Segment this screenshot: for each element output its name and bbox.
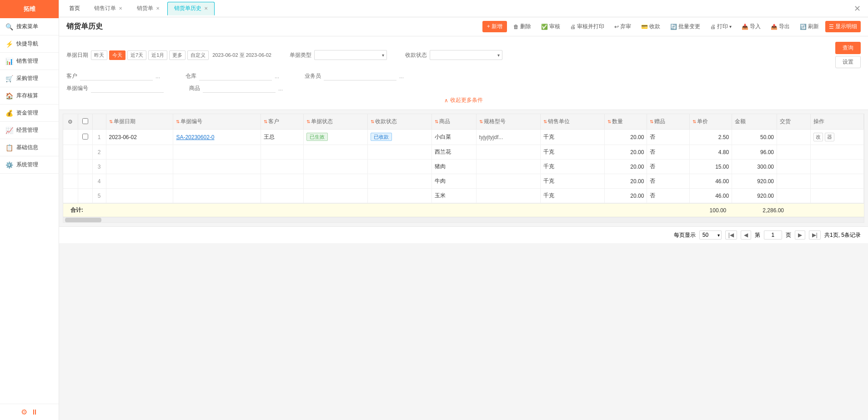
sidebar-item-quick-nav[interactable]: ⚡ 快捷导航 [0, 35, 59, 53]
tab-sales-order[interactable]: 销售订单 ✕ [87, 2, 129, 15]
col-doc-no[interactable]: ⇅ 单据编号 [173, 114, 261, 130]
date-btn-1month[interactable]: 近1月 [148, 50, 167, 60]
col-spec[interactable]: ⇅ 规格型号 [476, 114, 540, 130]
sidebar-item-label: 快捷导航 [16, 40, 38, 48]
collect-status-select[interactable] [430, 50, 502, 60]
col-doc-status[interactable]: ⇅ 单据状态 [303, 114, 367, 130]
doc-type-select[interactable] [314, 50, 387, 60]
cell-check[interactable] [78, 130, 92, 145]
filter-settings-button[interactable]: 设置 [835, 56, 861, 68]
customer-input[interactable] [80, 72, 153, 80]
col-gear[interactable]: ⚙ [63, 114, 78, 130]
collect-button[interactable]: 💳 收款 [637, 21, 664, 32]
filter-row-2: 客户 ... 仓库 ... 业务员 ... [66, 72, 861, 80]
refresh-button[interactable]: 🔃 刷新 [796, 21, 823, 32]
doc-number-input[interactable] [91, 84, 164, 93]
sidebar-settings-icon[interactable]: ⚙ [21, 408, 27, 416]
cell-transaction [777, 174, 811, 189]
new-button[interactable]: + 新增 [482, 21, 507, 32]
sidebar-item-basic-info[interactable]: 📋 基础信息 [0, 139, 59, 156]
sidebar-item-purchase-mgmt[interactable]: 🛒 采购管理 [0, 70, 59, 87]
collect-icon: 💳 [641, 24, 648, 30]
cell-doc-no[interactable] [173, 160, 261, 174]
salesperson-ellipsis[interactable]: ... [399, 73, 404, 80]
tab-sales-delivery[interactable]: 销货单 ✕ [130, 2, 166, 15]
last-page-btn[interactable]: ▶| [809, 230, 821, 240]
select-all-checkbox[interactable] [82, 118, 88, 124]
doc-no-link[interactable]: SA-20230602-0 [176, 134, 214, 140]
tab-sales-history[interactable]: 销货单历史 ✕ [167, 2, 215, 15]
sidebar-pause-icon[interactable]: ⏸ [31, 408, 38, 416]
col-sales-unit[interactable]: ⇅ 销售单位 [540, 114, 604, 130]
cell-doc-no[interactable]: SA-20230602-0 [173, 130, 261, 145]
col-unit-price[interactable]: ⇅ 单价 [689, 114, 732, 130]
col-customer[interactable]: ⇅ 客户 [261, 114, 303, 130]
cell-check[interactable] [78, 174, 92, 189]
date-btn-more[interactable]: 更多 [169, 50, 186, 60]
product-input[interactable] [203, 84, 276, 93]
date-btn-yesterday[interactable]: 昨天 [91, 50, 107, 60]
warehouse-input[interactable] [199, 72, 272, 80]
close-all-tabs-btn[interactable]: ✕ [850, 4, 864, 14]
audit-print-button[interactable]: 🖨 审核并打印 [567, 21, 608, 32]
horizontal-scrollbar[interactable] [63, 217, 864, 222]
cell-gear [63, 160, 78, 174]
show-detail-button[interactable]: ☰ 显示明细 [825, 21, 861, 32]
delete-button[interactable]: 🗑 删除 [510, 21, 535, 32]
export-button[interactable]: 📤 导出 [767, 21, 793, 32]
batch-change-button[interactable]: 🔄 批量变更 [667, 21, 704, 32]
col-gift[interactable]: ⇅ 赠品 [647, 114, 689, 130]
next-page-btn[interactable]: ▶ [795, 230, 805, 240]
col-doc-date[interactable]: ⇅ 单据日期 [106, 114, 173, 130]
cell-doc-no[interactable] [173, 145, 261, 160]
col-product[interactable]: ⇅ 商品 [432, 114, 476, 130]
tab-close-sales-delivery[interactable]: ✕ [156, 6, 160, 11]
sidebar-item-search-menu[interactable]: 🔍 搜索菜单 [0, 18, 59, 35]
abandon-button[interactable]: ↩ 弃审 [611, 21, 635, 32]
sidebar-item-sys-mgmt[interactable]: ⚙️ 系统管理 [0, 156, 59, 174]
import-button[interactable]: 📥 导入 [738, 21, 764, 32]
cell-doc-no[interactable] [173, 174, 261, 189]
row-checkbox[interactable] [82, 134, 88, 140]
sidebar-item-ops[interactable]: 📈 经营管理 [0, 122, 59, 139]
cell-spec: tyjyjtyjdf... [476, 130, 540, 145]
cell-doc-no[interactable] [173, 189, 261, 203]
sidebar-item-sales-mgmt[interactable]: 📊 销售管理 [0, 53, 59, 70]
salesperson-input[interactable] [324, 72, 396, 80]
col-collect-status[interactable]: ⇅ 收款状态 [368, 114, 432, 130]
col-actions: 操作 [810, 114, 863, 130]
customer-ellipsis[interactable]: ... [156, 73, 160, 80]
date-btn-today[interactable]: 今天 [109, 50, 125, 60]
cell-collect-status [368, 145, 432, 160]
show-detail-icon: ☰ [829, 24, 834, 30]
date-btn-custom[interactable]: 自定义 [187, 50, 209, 60]
col-check[interactable] [78, 114, 92, 130]
cell-check[interactable] [78, 189, 92, 203]
cell-customer [261, 145, 303, 160]
prev-page-btn[interactable]: ◀ [741, 230, 751, 240]
date-btn-7days[interactable]: 近7天 [127, 50, 146, 60]
sidebar-item-finance[interactable]: 💰 资金管理 [0, 105, 59, 122]
print-button[interactable]: 🖨 打印 ▾ [707, 21, 735, 32]
more-btn[interactable]: 器 [825, 133, 834, 141]
cell-collect-status [368, 189, 432, 203]
sidebar-item-inventory[interactable]: 🏠 库存核算 [0, 87, 59, 105]
cell-customer: 王总 [261, 130, 303, 145]
edit-btn[interactable]: 改 [813, 133, 823, 141]
audit-button[interactable]: ✅ 审核 [537, 21, 564, 32]
first-page-btn[interactable]: |◀ [725, 230, 737, 240]
cell-check[interactable] [78, 145, 92, 160]
query-button[interactable]: 查询 [835, 42, 861, 54]
tab-close-sales-history[interactable]: ✕ [204, 6, 208, 11]
page-number-input[interactable] [764, 230, 782, 240]
filter-collapse-btn[interactable]: ∧ 收起更多条件 [66, 96, 861, 104]
cell-check[interactable] [78, 160, 92, 174]
tab-close-sales-order[interactable]: ✕ [119, 6, 122, 11]
tab-home[interactable]: 首页 [63, 2, 86, 15]
page-size-select[interactable]: 50 100 200 [699, 230, 722, 240]
col-quantity[interactable]: ⇅ 数量 [604, 114, 647, 130]
cell-spec [476, 174, 540, 189]
warehouse-ellipsis[interactable]: ... [275, 73, 279, 80]
product-ellipsis[interactable]: ... [278, 85, 283, 92]
sort-icon: ⇅ [264, 119, 267, 124]
